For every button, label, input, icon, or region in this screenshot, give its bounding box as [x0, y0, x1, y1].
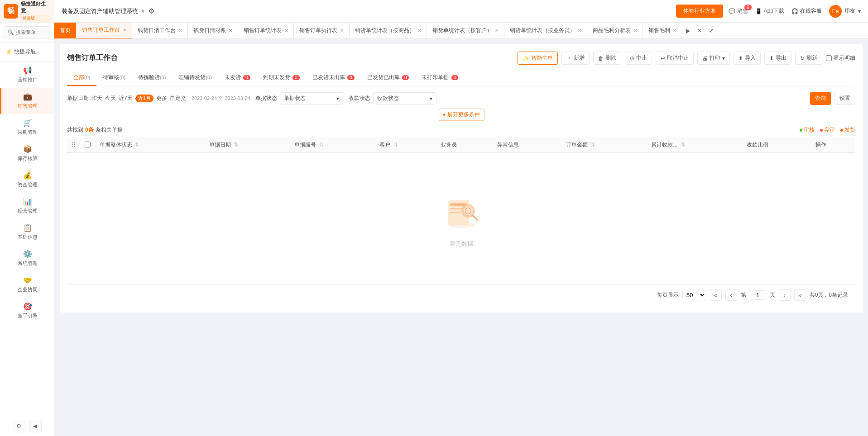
tab-sales-stat-product-close[interactable]: ✕ — [417, 28, 421, 33]
page-input[interactable] — [750, 290, 766, 300]
last-page-button[interactable]: » — [794, 289, 806, 301]
status-select[interactable]: 单据状态 ▾ — [280, 92, 343, 104]
date-7days[interactable]: 近7天 — [119, 95, 133, 102]
page-of: 页 — [770, 291, 775, 299]
tabs-more-button[interactable]: ▶ — [682, 23, 694, 39]
add-button[interactable]: ＋ 新增 — [561, 52, 590, 65]
payment-select[interactable]: 收款状态 ▾ — [373, 92, 436, 104]
tab-goods-margin-close[interactable]: ✕ — [633, 28, 637, 33]
tab-sales-workbench-label: 销售订单工作台 — [82, 26, 120, 34]
table-scroll-container[interactable]: ⠿ 单据整体状态 ⇅ 单据日期 ⇅ — [67, 137, 855, 153]
sub-tab-pending-inspect[interactable]: 待拣验货(0) — [132, 70, 172, 86]
tab-sales-stat-staff[interactable]: 销货单统计表（按业务员） ✕ — [504, 23, 587, 39]
tab-sales-profit-close[interactable]: ✕ — [673, 28, 676, 33]
refresh-icon: ↻ — [800, 55, 805, 62]
tabs-close-all-button[interactable]: ✕ — [694, 23, 705, 39]
next-page-button[interactable]: › — [779, 289, 791, 301]
tab-sales-exec[interactable]: 销售订单执行表 ✕ — [294, 23, 350, 39]
first-page-button[interactable]: « — [710, 289, 722, 301]
sidebar-item-inventory[interactable]: 📦 库存核算 — [0, 140, 54, 166]
th-exception: 异常信息 — [493, 137, 561, 153]
date-custom[interactable]: 自定义 — [170, 95, 186, 102]
th-collected[interactable]: 累计收款... ⇅ — [647, 137, 742, 153]
sidebar-item-finance[interactable]: 💰 资金管理 — [0, 166, 54, 193]
page-size-select[interactable]: 50 10 20 100 — [682, 290, 706, 300]
sidebar-item-marketing[interactable]: 📢 营销推广 — [0, 62, 54, 88]
import-button[interactable]: ⬆ 导入 — [734, 52, 761, 65]
sidebar-item-enterprise[interactable]: 🤝 企业协同 — [0, 271, 54, 298]
tab-sales-workbench[interactable]: 销售订单工作台 ✕ — [77, 23, 132, 39]
sub-tab-pending-review[interactable]: 待审核(0) — [96, 70, 131, 86]
expand-filter-button[interactable]: ▾ 展开更多条件 — [438, 109, 485, 121]
sub-tab-shipped-out[interactable]: 已发货已出库 0 — [361, 70, 416, 86]
user-area[interactable]: Ea 用友 ▾ — [829, 5, 861, 18]
sub-tab-overdue-not-shipped[interactable]: 到期未发货 0 — [257, 70, 306, 86]
th-date[interactable]: 单据日期 ⇅ — [205, 137, 290, 153]
unreview-quick-link[interactable]: 弃审 — [820, 126, 835, 134]
date-more[interactable]: 更多 — [156, 95, 167, 102]
tab-sales-workbench-close[interactable]: ✕ — [123, 28, 126, 33]
th-number[interactable]: 单据编号 ⇅ — [290, 137, 375, 153]
payment-filter-item: 收款状态 收款状态 ▾ — [349, 92, 436, 104]
query-button[interactable]: 查询 — [810, 92, 831, 105]
stop-button[interactable]: ⊘ 中止 — [625, 52, 652, 65]
app-download-button[interactable]: 📱 App下载 — [755, 7, 784, 15]
sidebar-item-operations[interactable]: 📊 经营管理 — [0, 193, 54, 219]
settings-button[interactable]: 设置 — [834, 92, 855, 105]
prev-page-button[interactable]: ‹ — [725, 289, 737, 301]
search-menu-button[interactable]: 🔍 搜索菜单 — [4, 26, 50, 38]
enterprise-label: 企业协同 — [18, 286, 38, 293]
th-customer[interactable]: 客户 ⇅ — [375, 137, 436, 153]
tab-cash-daily[interactable]: 钱货日清工作台 ✕ — [132, 23, 188, 39]
sub-tab-all[interactable]: 全部(0) — [67, 70, 96, 86]
date-yesterday[interactable]: 昨天 — [91, 95, 102, 102]
message-button[interactable]: 💬 消息 6 — [729, 7, 748, 15]
tab-sales-stat-customer-close[interactable]: ✕ — [495, 28, 499, 33]
tab-sales-stat-customer[interactable]: 销货单统计表（按客户） ✕ — [427, 23, 504, 39]
settings-footer-button[interactable]: ⚙ — [13, 420, 25, 432]
th-status[interactable]: 单据整体状态 ⇅ — [95, 137, 205, 153]
tab-sales-stats[interactable]: 销售订单统计表 ✕ — [238, 23, 294, 39]
sidebar-item-system[interactable]: ⚙️ 系统管理 — [0, 245, 54, 271]
show-detail-label[interactable]: 显示明细 — [826, 54, 855, 62]
show-detail-checkbox[interactable] — [826, 55, 832, 61]
tab-sales-stat-product[interactable]: 销货单统计表（按商品） ✕ — [350, 23, 427, 39]
collapse-footer-button[interactable]: ◀ — [29, 420, 42, 432]
date-today[interactable]: 今天 — [105, 95, 116, 102]
tab-sales-stat-staff-close[interactable]: ✕ — [578, 28, 581, 33]
industry-solution-button[interactable]: 体验行业方案 — [676, 5, 723, 18]
sub-tab-not-printed[interactable]: 未打印单据 0 — [415, 70, 465, 86]
th-amount[interactable]: 订单金额 ⇅ — [561, 137, 647, 153]
header-settings-icon[interactable]: ⚙ — [148, 7, 154, 15]
tab-cash-daily-close[interactable]: ✕ — [178, 28, 182, 33]
sidebar-item-sales[interactable]: 💼 销售管理 — [0, 88, 54, 114]
sub-tab-not-shipped[interactable]: 未发货 0 — [218, 70, 257, 86]
ship-quick-link[interactable]: 发货 — [840, 126, 855, 134]
smart-generate-button[interactable]: ✨ 智能生单 — [518, 52, 558, 65]
tab-goods-margin[interactable]: 商品毛利分析表 ✕ — [587, 23, 643, 39]
quick-nav-item[interactable]: ⚡ 快捷导航 — [4, 45, 50, 58]
refresh-button[interactable]: ↻ 刷新 — [795, 52, 822, 65]
date-1month[interactable]: 近1月 — [135, 95, 153, 102]
cancel-stop-button[interactable]: ↩ 取消中止 — [656, 52, 694, 65]
select-all-checkbox[interactable] — [85, 142, 91, 147]
tab-cash-reconcile[interactable]: 钱货日清对账 ✕ — [188, 23, 238, 39]
sidebar-item-newbie[interactable]: 🎯 新手引导 — [0, 298, 54, 324]
tab-cash-reconcile-close[interactable]: ✕ — [229, 28, 232, 33]
sidebar-item-purchase[interactable]: 🛒 采购管理 — [0, 114, 54, 140]
tab-home[interactable]: 首页 — [54, 23, 77, 39]
tabs-maximize-button[interactable]: ⤢ — [705, 23, 717, 39]
print-button[interactable]: 🖨 打印 ▾ — [697, 52, 730, 65]
sub-tab-wangpu[interactable]: 旺铺待发货(0) — [172, 70, 218, 86]
delete-button[interactable]: 🗑 删除 — [593, 52, 621, 65]
tab-sales-profit[interactable]: 销售毛利 ✕ — [643, 23, 682, 39]
sidebar-item-basic[interactable]: 📋 基础信息 — [0, 219, 54, 245]
sub-tab-shipped-not-out[interactable]: 已发货未出库 0 — [306, 70, 361, 86]
export-button[interactable]: ⬇ 导出 — [764, 52, 791, 65]
online-service-button[interactable]: 🎧 在线客服 — [791, 7, 822, 15]
tab-sales-stats-close[interactable]: ✕ — [284, 28, 288, 33]
tab-sales-exec-close[interactable]: ✕ — [340, 28, 344, 33]
tab-sales-stat-staff-label: 销货单统计表（按业务员） — [510, 27, 575, 34]
review-quick-link[interactable]: 审核 — [800, 126, 815, 134]
finance-label: 资金管理 — [18, 181, 38, 188]
